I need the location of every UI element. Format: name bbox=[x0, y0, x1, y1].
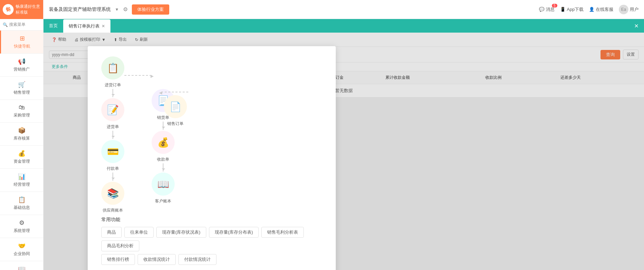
settings-icon[interactable]: ⚙ bbox=[123, 6, 128, 13]
purchase-order-circle: 📋 bbox=[101, 56, 124, 79]
node-customer-ledger[interactable]: 📖 客户账本 bbox=[152, 173, 175, 204]
sidebar: 畅 畅康通好生意 标准版 🔍 搜索菜单 ⊞ 快捷导航 📢 营销推广 🛒 销售管理 bbox=[0, 0, 43, 270]
app-icon: 📱 bbox=[560, 7, 565, 12]
tab-sales-order[interactable]: 销售订单执行表 ✕ bbox=[63, 19, 110, 33]
sidebar-item-guide[interactable]: 📖 新手引导 bbox=[0, 261, 43, 270]
message-icon: 💬 bbox=[539, 7, 544, 12]
arrow-v2 bbox=[112, 130, 113, 140]
user-menu[interactable]: Ea 用户 bbox=[619, 5, 639, 14]
func-buttons-row1: 商品 往来单位 现存量(库存状况表) 现存量(库存分布表) 销售毛利分析表 商品… bbox=[101, 227, 322, 251]
logo-icon: 畅 bbox=[3, 4, 14, 15]
payment-label: 付款单 bbox=[107, 166, 119, 172]
purchase-icon: 🛍 bbox=[19, 104, 25, 111]
guide-icon: 📖 bbox=[18, 265, 25, 270]
system-icon: ⚙ bbox=[19, 219, 24, 227]
customer-ledger-circle: 📖 bbox=[152, 173, 175, 196]
dropdown-icon[interactable]: ▼ bbox=[115, 7, 119, 12]
supplier-ledger-label: 供应商账本 bbox=[103, 208, 123, 213]
experience-button[interactable]: 体验行业方案 bbox=[132, 4, 169, 15]
node-supplier-ledger[interactable]: 📚 供应商账本 bbox=[101, 182, 124, 213]
sidebar-item-basic-info[interactable]: 📋 基础信息 bbox=[0, 192, 43, 215]
finance-icon: 💰 bbox=[18, 150, 25, 157]
func-btn-stock-dist[interactable]: 现存量(库存分布表) bbox=[209, 227, 259, 238]
search-menu[interactable]: 🔍 搜索菜单 bbox=[0, 19, 43, 31]
func-btn-product[interactable]: 商品 bbox=[101, 227, 122, 238]
header-right: 💬 消息 5 📱 App下载 👤 在线客服 Ea 用户 bbox=[539, 5, 639, 14]
purchase-receipt-label: 进货单 bbox=[107, 124, 119, 130]
sidebar-item-quick-nav[interactable]: ⊞ 快捷导航 bbox=[0, 31, 43, 54]
node-purchase-receipt[interactable]: 📝 进货单 bbox=[101, 98, 124, 130]
purchase-receipt-circle: 📝 bbox=[101, 98, 124, 121]
arrow-v1 bbox=[112, 88, 113, 98]
sidebar-item-purchase[interactable]: 🛍 采购管理 bbox=[0, 100, 43, 123]
sidebar-item-operations[interactable]: 📊 经营管理 bbox=[0, 169, 43, 192]
node-purchase-order[interactable]: 📋 进货订单 bbox=[101, 56, 124, 88]
message-button[interactable]: 💬 消息 5 bbox=[539, 6, 555, 13]
system-title: 装备及固定资产辅助管理系统 bbox=[49, 6, 111, 13]
main-area: 装备及固定资产辅助管理系统 ▼ ⚙ 体验行业方案 💬 消息 5 📱 App下载 … bbox=[43, 0, 644, 270]
flow-diagram: 📋 进货订单 📝 bbox=[101, 56, 322, 213]
func-btn-receipt-stats[interactable]: 收款情况统计 bbox=[138, 254, 176, 265]
receipt-label: 收款单 bbox=[157, 157, 169, 162]
func-btn-stock-status[interactable]: 现存量(库存状况表) bbox=[156, 227, 206, 238]
sidebar-item-system[interactable]: ⚙ 系统管理 bbox=[0, 215, 43, 238]
common-functions: 常用功能 商品 往来单位 现存量(库存状况表) 现存量(库存分布表) 销售毛利分… bbox=[101, 217, 322, 265]
sales-order-label: 销售订单 bbox=[167, 121, 184, 127]
app-download-button[interactable]: 📱 App下载 bbox=[560, 6, 584, 13]
quick-nav-icon: ⊞ bbox=[20, 35, 25, 42]
sales-icon: 🛒 bbox=[18, 81, 25, 88]
flow-col-right: ◀ 📄 销售订单 bbox=[161, 56, 190, 127]
user-name: 用户 bbox=[630, 6, 639, 13]
common-title: 常用功能 bbox=[101, 217, 322, 223]
tab-bar: 首页 销售订单执行表 ✕ ✕ bbox=[43, 19, 644, 33]
tab-bar-close[interactable]: ✕ bbox=[629, 23, 644, 29]
enterprise-icon: 🤝 bbox=[18, 242, 25, 250]
func-btn-sales-gross[interactable]: 销售毛利分析表 bbox=[261, 227, 304, 238]
payment-circle: 💳 bbox=[101, 140, 124, 163]
operations-icon: 📊 bbox=[18, 173, 25, 180]
func-btn-contacts[interactable]: 往来单位 bbox=[124, 227, 154, 238]
flow-col-left: 📋 进货订单 📝 bbox=[101, 56, 124, 213]
message-badge: 5 bbox=[552, 4, 557, 7]
popup-container: 📋 进货订单 📝 bbox=[88, 46, 336, 270]
search-icon: 🔍 bbox=[3, 22, 8, 27]
sidebar-item-marketing[interactable]: 📢 营销推广 bbox=[0, 54, 43, 77]
sidebar-logo: 畅 畅康通好生意 标准版 bbox=[0, 0, 43, 19]
online-service-button[interactable]: 👤 在线客服 bbox=[589, 6, 613, 13]
sidebar-item-enterprise[interactable]: 🤝 企业协同 bbox=[0, 238, 43, 261]
content-area: ❓ 帮助 🖨 按模板打印 ▼ ⬆ 导出 ↻ 刷新 bbox=[43, 33, 644, 270]
logo-text: 畅康通好生意 标准版 bbox=[16, 4, 40, 15]
tab-close-icon[interactable]: ✕ bbox=[102, 24, 105, 29]
tab-home[interactable]: 首页 bbox=[43, 19, 63, 33]
marketing-icon: 📢 bbox=[18, 58, 25, 65]
func-btn-product-gross[interactable]: 商品毛利分析 bbox=[101, 240, 139, 251]
func-btn-sales-rank[interactable]: 销售排行榜 bbox=[101, 254, 135, 265]
service-icon: 👤 bbox=[589, 7, 594, 12]
sales-order-circle: 📄 bbox=[164, 95, 187, 118]
sidebar-item-inventory[interactable]: 📦 库存核算 bbox=[0, 123, 43, 146]
sidebar-item-finance[interactable]: 💰 资金管理 bbox=[0, 146, 43, 169]
node-sales-order[interactable]: 📄 销售订单 bbox=[164, 95, 187, 127]
node-payment[interactable]: 💳 付款单 bbox=[101, 140, 124, 172]
arrow-v3 bbox=[112, 172, 113, 182]
popup-body: 📋 进货订单 📝 bbox=[88, 46, 336, 270]
purchase-order-label: 进货订单 bbox=[105, 82, 121, 88]
top-header: 装备及固定资产辅助管理系统 ▼ ⚙ 体验行业方案 💬 消息 5 📱 App下载 … bbox=[43, 0, 644, 19]
sidebar-nav: ⊞ 快捷导航 📢 营销推广 🛒 销售管理 🛍 采购管理 📦 库存核算 💰 bbox=[0, 31, 43, 270]
inventory-icon: 📦 bbox=[18, 127, 25, 134]
receipt-circle: 💰 bbox=[152, 131, 175, 154]
basic-info-icon: 📋 bbox=[18, 196, 25, 203]
sidebar-item-sales[interactable]: 🛒 销售管理 bbox=[0, 77, 43, 100]
popup-overlay[interactable]: 📋 进货订单 📝 bbox=[43, 33, 644, 270]
supplier-ledger-circle: 📚 bbox=[101, 182, 124, 205]
h-arrows-col: ▶ bbox=[124, 56, 152, 90]
avatar: Ea bbox=[619, 5, 628, 14]
node-receipt[interactable]: 💰 收款单 bbox=[152, 131, 175, 162]
func-buttons-row2: 销售排行榜 收款情况统计 付款情况统计 bbox=[101, 254, 322, 265]
customer-ledger-label: 客户账本 bbox=[155, 198, 171, 204]
func-btn-payment-stats[interactable]: 付款情况统计 bbox=[178, 254, 216, 265]
